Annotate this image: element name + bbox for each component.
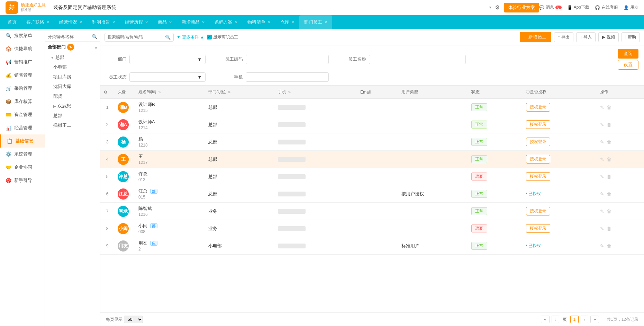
- sidebar-item-marketing[interactable]: 📢 营销推广: [0, 55, 45, 69]
- edit-btn[interactable]: ✎: [600, 139, 604, 145]
- edit-btn[interactable]: ✎: [600, 243, 604, 249]
- tab-operation[interactable]: 经营情况 ✕: [54, 15, 87, 29]
- dept-node-small-elec[interactable]: 小电部: [45, 62, 100, 72]
- experience-btn[interactable]: 体验行业方案: [504, 3, 539, 12]
- delete-btn[interactable]: 🗑: [607, 122, 611, 127]
- tab-history[interactable]: 经营历程 ✕: [120, 15, 153, 29]
- sidebar-item-business[interactable]: 📊 经营管理: [0, 121, 45, 134]
- import-btn[interactable]: ↓ 导入: [576, 32, 596, 42]
- tab-department[interactable]: 部门员工 ✕: [299, 15, 332, 29]
- last-page-btn[interactable]: »: [590, 316, 599, 323]
- search-input[interactable]: [108, 35, 163, 39]
- close-icon[interactable]: ✕: [324, 20, 327, 25]
- add-employee-btn[interactable]: + 新增员工: [520, 32, 551, 42]
- dept-node-general[interactable]: ▼总部: [45, 53, 100, 62]
- delete-btn[interactable]: 🗑: [607, 191, 611, 197]
- dept-select[interactable]: ▼: [129, 55, 206, 64]
- tab-customer[interactable]: 客户联络 ✕: [21, 15, 54, 29]
- dept-node-hq[interactable]: 总部: [45, 111, 100, 121]
- close-icon[interactable]: ✕: [112, 20, 115, 25]
- sidebar-item-nav[interactable]: 🏠 快捷导航: [0, 42, 45, 55]
- close-icon[interactable]: ✕: [79, 20, 82, 25]
- next-page-btn[interactable]: ›: [581, 316, 588, 323]
- dept-node-double[interactable]: ▶双鹿想: [45, 101, 100, 111]
- sidebar-item-collab[interactable]: 🤝 企业协同: [0, 161, 45, 174]
- settings-btn[interactable]: 设置: [618, 60, 638, 70]
- dept-collapse-btn[interactable]: «: [95, 45, 97, 50]
- sidebar-item-purchase[interactable]: 🛒 采购管理: [0, 82, 45, 95]
- auth-btn[interactable]: 授权登录: [526, 103, 550, 112]
- view-btn[interactable]: ▶ 视频: [598, 32, 619, 42]
- dept-edit-icon[interactable]: ✎: [67, 44, 74, 51]
- delete-btn[interactable]: 🗑: [607, 243, 611, 249]
- delete-btn[interactable]: 🗑: [607, 209, 611, 214]
- tab-barcode[interactable]: 条码方案 ✕: [210, 15, 243, 29]
- auth-btn[interactable]: 授权登录: [526, 207, 550, 215]
- sidebar-item-finance[interactable]: 💳 资金管理: [0, 108, 45, 121]
- auth-btn[interactable]: 授权登录: [526, 120, 550, 129]
- close-icon[interactable]: ✕: [169, 20, 172, 25]
- help-btn[interactable]: | 帮助: [622, 32, 640, 42]
- sidebar-item-inventory[interactable]: 📦 库存核算: [0, 95, 45, 108]
- close-icon[interactable]: ✕: [267, 20, 271, 25]
- sidebar-item-search[interactable]: 🔍 搜索菜单: [0, 29, 45, 42]
- settings-icon[interactable]: ⚙: [104, 90, 108, 95]
- dept-node-shenyang[interactable]: 沈阳大库: [45, 82, 100, 91]
- close-icon[interactable]: ✕: [46, 20, 49, 25]
- tab-home[interactable]: 首页: [3, 15, 21, 29]
- dept-node-project[interactable]: 项目库房: [45, 72, 100, 82]
- first-page-btn[interactable]: «: [541, 316, 550, 323]
- tab-goods[interactable]: 商品 ✕: [153, 15, 177, 29]
- sidebar-item-guide[interactable]: 🎯 新手引导: [0, 174, 45, 187]
- message-btn[interactable]: 💬 消息 6: [539, 5, 562, 10]
- dept-node-distribution[interactable]: 配货: [45, 91, 100, 101]
- show-resigned-checkbox[interactable]: ✓: [207, 35, 212, 39]
- settings-icon[interactable]: ⚙: [495, 4, 500, 11]
- sidebar-item-system[interactable]: ⚙️ 系统管理: [0, 148, 45, 161]
- code-input[interactable]: [246, 55, 329, 64]
- auth-btn[interactable]: 授权登录: [526, 172, 550, 181]
- sort-icon[interactable]: ⇅: [158, 90, 161, 94]
- auth-btn[interactable]: 授权登录: [526, 155, 550, 164]
- edit-btn[interactable]: ✎: [600, 174, 604, 179]
- system-title-arrow[interactable]: ▼: [489, 6, 492, 9]
- dept-node-tree[interactable]: 插树王二: [45, 121, 100, 130]
- close-icon[interactable]: ✕: [291, 20, 294, 25]
- tab-bom[interactable]: 物料清单 ✕: [243, 15, 275, 29]
- edit-btn[interactable]: ✎: [600, 105, 604, 110]
- delete-btn[interactable]: 🗑: [607, 157, 611, 162]
- more-conditions-btn[interactable]: ▼ 更多条件 ▲: [176, 34, 204, 40]
- phone-input[interactable]: [246, 72, 329, 82]
- delete-btn[interactable]: 🗑: [607, 226, 611, 231]
- delete-btn[interactable]: 🗑: [607, 139, 611, 145]
- page-size-select[interactable]: 50 100: [124, 316, 143, 323]
- status-select[interactable]: ▼: [129, 72, 206, 82]
- auth-btn[interactable]: 授权登录: [526, 224, 550, 233]
- dept-search-input[interactable]: [48, 34, 92, 39]
- tab-warehouse[interactable]: 仓库 ✕: [275, 15, 299, 29]
- tab-new-goods[interactable]: 新增商品 ✕: [177, 15, 210, 29]
- online-service-btn[interactable]: 🎧 在线客服: [595, 5, 618, 10]
- edit-btn[interactable]: ✎: [600, 157, 604, 162]
- delete-btn[interactable]: 🗑: [607, 105, 611, 110]
- edit-btn[interactable]: ✎: [600, 191, 604, 197]
- delete-btn[interactable]: 🗑: [607, 174, 611, 179]
- name-input[interactable]: [369, 55, 466, 64]
- tab-profit[interactable]: 利润报告 ✕: [87, 15, 120, 29]
- sidebar-item-basic[interactable]: 📋 基础信息: [0, 134, 45, 148]
- edit-btn[interactable]: ✎: [600, 122, 604, 127]
- sidebar-item-sales[interactable]: 💰 销售管理: [0, 69, 45, 82]
- query-btn[interactable]: 查询: [618, 49, 638, 59]
- close-icon[interactable]: ✕: [202, 20, 205, 25]
- edit-btn[interactable]: ✎: [600, 209, 604, 214]
- close-icon[interactable]: ✕: [235, 20, 238, 25]
- prev-page-btn[interactable]: ‹: [552, 316, 559, 323]
- edit-btn[interactable]: ✎: [600, 226, 604, 231]
- user-btn[interactable]: 👤 用友: [624, 5, 638, 10]
- sort-icon[interactable]: ⇅: [228, 90, 230, 94]
- close-icon[interactable]: ✕: [145, 20, 148, 25]
- export-btn[interactable]: ↑ 导出: [554, 32, 573, 42]
- auth-btn[interactable]: 授权登录: [526, 138, 550, 146]
- app-download-btn[interactable]: 📱 App下载: [567, 5, 589, 10]
- sort-icon[interactable]: ⇅: [288, 90, 291, 94]
